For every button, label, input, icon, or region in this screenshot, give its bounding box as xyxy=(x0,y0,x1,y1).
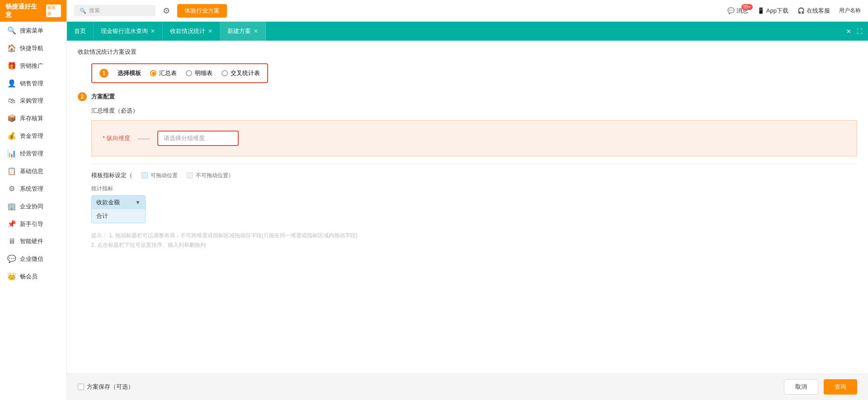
tab-new-plan[interactable]: 新建方案 ✕ xyxy=(220,22,266,41)
sidebar-item-base-info[interactable]: 📋 基础信息 xyxy=(0,162,66,180)
sidebar-label-operation: 经营管理 xyxy=(20,150,43,158)
tab-cashflow-close[interactable]: ✕ xyxy=(151,28,155,34)
download-label: App下载 xyxy=(766,7,788,15)
radio-detail-circle[interactable] xyxy=(186,70,192,76)
summary-dimension-section: 汇总维度（必选） * 纵向维度 —— 请选择分组维度 xyxy=(78,107,857,156)
sidebar-item-hardware[interactable]: 🖥 智能硬件 xyxy=(0,233,66,250)
save-checkbox[interactable] xyxy=(78,384,84,390)
tab-new-plan-label: 新建方案 xyxy=(227,27,251,35)
tab-cashflow[interactable]: 现金银行流水查询 ✕ xyxy=(94,22,163,41)
footer-save-area: 方案保存（可选） xyxy=(78,383,134,391)
dimension-select[interactable]: 请选择分组维度 xyxy=(157,131,239,146)
indicators-section: 模板指标设定（ 可拖动位置 不可拖动位置） 统计指标 xyxy=(91,171,857,225)
sidebar-label-purchase: 采购管理 xyxy=(20,97,43,105)
tab-home-label: 首页 xyxy=(74,27,86,35)
sidebar-item-purchase[interactable]: 🛍 采购管理 xyxy=(0,92,66,109)
step2-header: 2 方案配置 xyxy=(78,92,857,101)
indicators-grid: 统计指标 收款金额 ▼ 合计 xyxy=(91,185,146,223)
radio-crosstab[interactable]: 交叉统计表 xyxy=(222,69,260,77)
sidebar-label-hardware: 智能硬件 xyxy=(20,237,43,245)
summary-dimension-title: 汇总维度（必选） xyxy=(91,107,857,115)
finance-icon: 💰 xyxy=(7,132,16,140)
operation-icon: 📊 xyxy=(7,149,16,158)
radio-summary[interactable]: 汇总表 xyxy=(150,69,177,77)
fixed-tag: 不可拖动位置） xyxy=(187,172,234,179)
dimension-select-placeholder: 请选择分组维度 xyxy=(164,135,205,141)
sidebar-label-base-info: 基础信息 xyxy=(20,167,43,175)
template-select-area: 1 选择模板 汇总表 明细表 交叉统计表 xyxy=(91,63,268,83)
content-area: 收款情况统计方案设置 1 选择模板 汇总表 明细表 xyxy=(67,41,868,400)
window-close-icon[interactable]: ✕ xyxy=(846,28,851,35)
indicators-grid-header: 统计指标 xyxy=(91,185,146,193)
sidebar-item-quick-nav[interactable]: 🏠 快捷导航 xyxy=(0,39,66,57)
sidebar-item-finance[interactable]: 💰 资金管理 xyxy=(0,127,66,145)
sidebar-item-marketing[interactable]: 🎁 营销推广 xyxy=(0,57,66,75)
message-area[interactable]: 💬 消息 99+ xyxy=(727,7,748,15)
sidebar-label-search-menu: 搜索菜单 xyxy=(20,27,43,35)
dimension-row-label: * 纵向维度 xyxy=(103,134,130,142)
fixed-dot xyxy=(187,172,193,179)
tab-receipts-stat-close[interactable]: ✕ xyxy=(208,28,212,34)
tab-new-plan-close[interactable]: ✕ xyxy=(254,28,258,34)
window-maximize-icon[interactable]: ⛶ xyxy=(857,28,863,35)
sidebar-label-system: 系统管理 xyxy=(20,185,43,193)
settings-icon[interactable]: ⚙ xyxy=(163,6,170,16)
sidebar-item-wechat[interactable]: 💬 企业微信 xyxy=(0,250,66,268)
radio-summary-circle[interactable] xyxy=(150,70,156,76)
sidebar-item-guide[interactable]: 📌 新手引导 xyxy=(0,215,66,233)
indicator-dropdown-icon[interactable]: ▼ xyxy=(135,199,141,206)
indicator-card-row-text: 合计 xyxy=(96,212,108,219)
logo-text: 畅捷通好生意 xyxy=(5,3,42,19)
tab-receipts-stat[interactable]: 收款情况统计 ✕ xyxy=(163,22,220,41)
dimension-arrow: —— xyxy=(137,135,150,142)
logo-badge: 标准版 xyxy=(46,5,61,17)
search-icon: 🔍 xyxy=(80,8,86,14)
sidebar-item-operation[interactable]: 📊 经营管理 xyxy=(0,145,66,162)
sidebar-item-member[interactable]: 👑 畅会员 xyxy=(0,268,66,285)
step2-label: 方案配置 xyxy=(91,93,115,101)
step2-num: 2 xyxy=(78,92,87,101)
sidebar-item-search-menu[interactable]: 🔍 搜索菜单 xyxy=(0,22,66,39)
sidebar-label-marketing: 营销推广 xyxy=(20,62,43,70)
indicator-card-header[interactable]: 收款金额 ▼ xyxy=(92,196,145,209)
query-button[interactable]: 查询 xyxy=(824,379,857,395)
sidebar-label-corp: 企业协同 xyxy=(20,202,43,211)
guide-icon: 📌 xyxy=(7,220,16,228)
step1-section: 1 选择模板 汇总表 明细表 交叉统计表 xyxy=(78,63,857,83)
service-area[interactable]: 🎧 在线客服 xyxy=(797,7,830,15)
sidebar-label-finance: 资金管理 xyxy=(20,132,43,140)
wechat-icon: 💬 xyxy=(7,254,16,263)
tab-receipts-stat-label: 收款情况统计 xyxy=(170,27,205,35)
topbar: 🔍 搜索 ⚙ 体验行业方案 💬 消息 99+ 📱 App下载 🎧 在线客服 用户… xyxy=(67,0,868,22)
sidebar: 畅捷通好生意 标准版 🔍 搜索菜单 🏠 快捷导航 🎁 营销推广 👤 销售管理 🛍… xyxy=(0,0,67,400)
inventory-icon: 📦 xyxy=(7,114,16,122)
sidebar-item-system[interactable]: ⚙ 系统管理 xyxy=(0,180,66,198)
cancel-button[interactable]: 取消 xyxy=(784,379,818,395)
message-icon: 💬 xyxy=(727,7,735,14)
indicator-card-amount: 收款金额 ▼ 合计 xyxy=(91,195,146,223)
movable-label: 可拖动位置 xyxy=(151,172,178,179)
search-menu-icon: 🔍 xyxy=(7,26,16,35)
step1-num: 1 xyxy=(99,69,108,78)
system-icon: ⚙ xyxy=(7,184,16,193)
sidebar-item-inventory[interactable]: 📦 库存核算 xyxy=(0,109,66,127)
radio-summary-label: 汇总表 xyxy=(159,69,177,77)
topbar-search-area[interactable]: 🔍 搜索 xyxy=(74,5,156,16)
indicator-card-row: 合计 xyxy=(92,209,145,223)
hint-line-1: 提示： 1. 拖动标题栏可以调整布局，不可跨维度或指标区域拖动目字段(只能在同一… xyxy=(91,232,857,240)
step2-section: 2 方案配置 汇总维度（必选） * 纵向维度 —— 请选择分组维度 xyxy=(78,92,857,249)
dimension-area: * 纵向维度 —— 请选择分组维度 xyxy=(91,120,857,156)
tab-controls: ✕ ⛶ xyxy=(841,22,868,41)
sidebar-item-sales[interactable]: 👤 销售管理 xyxy=(0,75,66,92)
download-area[interactable]: 📱 App下载 xyxy=(757,7,788,15)
radio-detail[interactable]: 明细表 xyxy=(186,69,212,77)
tab-home[interactable]: 首页 xyxy=(67,22,94,41)
nav-tabs: 首页 现金银行流水查询 ✕ 收款情况统计 ✕ 新建方案 ✕ ✕ ⛶ xyxy=(67,22,868,41)
trial-button[interactable]: 体验行业方案 xyxy=(177,4,227,18)
sidebar-item-corp[interactable]: 🏢 企业协同 xyxy=(0,198,66,215)
sidebar-logo: 畅捷通好生意 标准版 xyxy=(0,0,66,22)
base-info-icon: 📋 xyxy=(7,167,16,175)
search-placeholder-text: 搜索 xyxy=(89,7,100,14)
radio-crosstab-circle[interactable] xyxy=(222,70,228,76)
sidebar-label-inventory: 库存核算 xyxy=(20,114,43,122)
